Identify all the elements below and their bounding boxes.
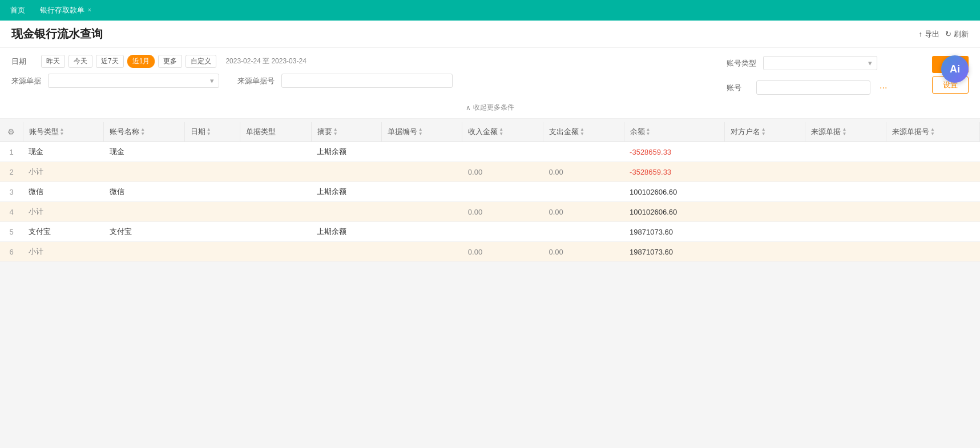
date-option-更多[interactable]: 更多 (158, 55, 182, 68)
table-container: ⚙账号类型▲▼账号名称▲▼日期▲▼单据类型摘要▲▼单据编号▲▼收入金额▲▼支出金… (0, 122, 980, 262)
cell-account_type: 小计 (23, 202, 104, 222)
cell-summary (311, 242, 381, 262)
date-options: 昨天今天近7天近1月更多自定义 (41, 55, 216, 68)
cell-expense (543, 222, 624, 242)
account-label: 账号 (727, 83, 749, 93)
account-type-filter-row: 账号类型 ▾ (727, 56, 921, 70)
sort-icon: ▲▼ (140, 127, 145, 136)
cell-gear: 2 (0, 162, 23, 182)
col-header-source_doc_no[interactable]: 来源单据号▲▼ (886, 122, 980, 142)
sort-icon: ▲▼ (646, 127, 651, 136)
cell-account_name: 现金 (104, 142, 185, 162)
nav-tab-银行存取款单[interactable]: 银行存取款单× (33, 0, 113, 21)
table-row: 1现金现金上期余额-3528659.33 (0, 142, 980, 162)
source-doc-no-label: 来源单据号 (237, 76, 275, 86)
cell-date (184, 242, 240, 262)
cell-doc_type (240, 202, 312, 222)
cell-doc_type (240, 142, 312, 162)
refresh-button[interactable]: ↻ 刷新 (945, 29, 969, 39)
date-filter-row: 日期 昨天今天近7天近1月更多自定义 2023-02-24 至 2023-03-… (11, 55, 715, 68)
sort-icon: ▲▼ (930, 127, 935, 136)
col-header-account_name[interactable]: 账号名称▲▼ (104, 122, 185, 142)
header-actions: ↑ 导出 ↻ 刷新 (919, 29, 969, 39)
col-header-summary[interactable]: 摘要▲▼ (311, 122, 381, 142)
cell-gear: 4 (0, 202, 23, 222)
col-header-date[interactable]: 日期▲▼ (184, 122, 240, 142)
cell-balance: -3528659.33 (624, 142, 724, 162)
nav-tabs: 收款单×付款单×其他收入单×应收应付调整单×银行存取款单×预收冲应收单×收款核销… (33, 0, 113, 21)
cell-doc_type (240, 182, 312, 202)
table-row: 3微信微信上期余额100102606.60 (0, 182, 980, 202)
date-option-近1月[interactable]: 近1月 (127, 55, 155, 68)
cell-doc_no (381, 222, 462, 242)
sort-icon: ▲▼ (333, 127, 338, 136)
source-doc-no-input[interactable] (281, 74, 453, 88)
cell-summary (311, 202, 381, 222)
page-title: 现金银行流水查询 (11, 26, 103, 42)
cell-date (184, 202, 240, 222)
account-type-label: 账号类型 (727, 58, 756, 68)
col-header-balance[interactable]: 余额▲▼ (624, 122, 724, 142)
account-input[interactable] (756, 80, 870, 95)
col-header-income[interactable]: 收入金额▲▼ (462, 122, 543, 142)
cell-expense (543, 182, 624, 202)
cell-account_type: 现金 (23, 142, 104, 162)
source-doc-label: 来源单据 (11, 76, 41, 86)
col-header-doc_no[interactable]: 单据编号▲▼ (381, 122, 462, 142)
account-dots-button[interactable]: ··· (877, 83, 889, 93)
cell-doc_no (381, 142, 462, 162)
cell-doc_no (381, 182, 462, 202)
date-option-昨天[interactable]: 昨天 (41, 55, 65, 68)
cell-counterpart (724, 222, 805, 242)
cell-doc_type (240, 242, 312, 262)
cell-account_name: 微信 (104, 182, 185, 202)
date-option-今天[interactable]: 今天 (68, 55, 92, 68)
col-header-counterpart[interactable]: 对方户名▲▼ (724, 122, 805, 142)
collapse-bar[interactable]: ∧ 收起更多条件 (11, 100, 969, 114)
close-icon[interactable]: × (88, 0, 91, 21)
cell-date (184, 142, 240, 162)
sort-icon: ▲▼ (60, 127, 64, 136)
col-header-doc_type: 单据类型 (240, 122, 312, 142)
cell-summary: 上期余额 (311, 222, 381, 242)
cell-income (462, 182, 543, 202)
cell-source_doc (805, 182, 886, 202)
cell-source_doc (805, 202, 886, 222)
cell-source_doc_no (886, 222, 980, 242)
table-row: 5支付宝支付宝上期余额19871073.60 (0, 222, 980, 242)
cell-summary: 上期余额 (311, 142, 381, 162)
source-doc-filter-row: 来源单据 ▾ 来源单据号 (11, 74, 715, 88)
cell-doc_type (240, 222, 312, 242)
cell-income: 0.00 (462, 202, 543, 222)
cell-source_doc (805, 142, 886, 162)
source-doc-select[interactable]: ▾ (48, 74, 219, 88)
sort-icon: ▲▼ (207, 127, 211, 136)
date-label: 日期 (11, 56, 34, 67)
ai-badge[interactable]: Ai (941, 55, 969, 83)
cell-income (462, 222, 543, 242)
gear-icon[interactable]: ⚙ (7, 127, 15, 136)
cell-balance: 19871073.60 (624, 222, 724, 242)
date-option-自定义[interactable]: 自定义 (185, 55, 216, 68)
top-nav: 首页 收款单×付款单×其他收入单×应收应付调整单×银行存取款单×预收冲应收单×收… (0, 0, 980, 21)
sort-icon: ▲▼ (842, 127, 846, 136)
cell-counterpart (724, 162, 805, 182)
cell-summary: 上期余额 (311, 182, 381, 202)
sort-icon: ▲▼ (580, 127, 584, 136)
cell-account_name (104, 202, 185, 222)
cell-gear: 3 (0, 182, 23, 202)
cell-source_doc (805, 222, 886, 242)
account-type-select[interactable]: ▾ (763, 56, 877, 70)
cell-counterpart (724, 182, 805, 202)
col-header-source_doc[interactable]: 来源单据▲▼ (805, 122, 886, 142)
col-header-expense[interactable]: 支出金额▲▼ (543, 122, 624, 142)
nav-home[interactable]: 首页 (2, 0, 33, 21)
cell-summary (311, 162, 381, 182)
chevron-down-icon: ▾ (210, 76, 214, 85)
date-option-近7天[interactable]: 近7天 (96, 55, 124, 68)
cell-source_doc_no (886, 202, 980, 222)
sort-icon: ▲▼ (499, 127, 503, 136)
cell-account_name (104, 242, 185, 262)
export-button[interactable]: ↑ 导出 (919, 29, 940, 39)
col-header-account_type[interactable]: 账号类型▲▼ (23, 122, 104, 142)
